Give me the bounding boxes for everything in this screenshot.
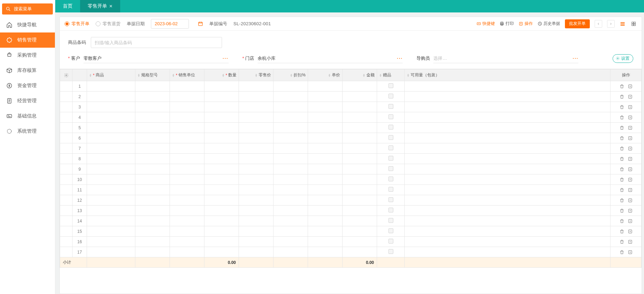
col-discount-header[interactable]: ▲▼折扣% xyxy=(273,69,308,81)
delete-row-icon[interactable] xyxy=(619,146,624,151)
delete-row-icon[interactable] xyxy=(619,250,624,255)
close-icon[interactable]: ✕ xyxy=(109,4,113,9)
next-arrow[interactable] xyxy=(607,20,615,28)
col-spec-header[interactable]: ▲▼规格型号 xyxy=(135,69,170,81)
gift-cell[interactable] xyxy=(377,143,405,154)
col-retail-header[interactable]: ▲▼零售价 xyxy=(239,69,273,81)
table-row[interactable]: 16 xyxy=(60,237,642,247)
checkbox-icon[interactable] xyxy=(388,135,393,140)
table-row[interactable]: 15 xyxy=(60,226,642,237)
table-row[interactable]: 4 xyxy=(60,112,642,123)
tool-print[interactable]: 打印 xyxy=(500,21,514,27)
add-row-icon[interactable] xyxy=(628,219,633,224)
delete-row-icon[interactable] xyxy=(619,84,624,89)
col-amount-header[interactable]: ▲▼金额 xyxy=(343,69,377,81)
checkbox-icon[interactable] xyxy=(388,156,393,161)
tab-1[interactable]: 零售开单✕ xyxy=(80,0,120,12)
gift-cell[interactable] xyxy=(377,216,405,226)
delete-row-icon[interactable] xyxy=(619,239,624,244)
table-row[interactable]: 1 xyxy=(60,81,642,92)
date-picker[interactable]: 2023-06-02 xyxy=(151,19,189,29)
add-row-icon[interactable] xyxy=(628,208,633,213)
barcode-input[interactable] xyxy=(91,37,222,48)
gift-cell[interactable] xyxy=(377,81,405,92)
gift-cell[interactable] xyxy=(377,195,405,206)
settings-button[interactable]: 设置 xyxy=(613,54,633,63)
sidebar-item-0[interactable]: 快捷导航 xyxy=(0,17,55,32)
calendar-icon[interactable] xyxy=(198,21,203,26)
add-row-icon[interactable] xyxy=(628,250,633,255)
delete-row-icon[interactable] xyxy=(619,105,624,110)
add-row-icon[interactable] xyxy=(628,177,633,182)
store-picker[interactable]: 余杭小库 ··· xyxy=(258,54,403,63)
col-qty-header[interactable]: ▲▼*数量 xyxy=(204,69,239,81)
delete-row-icon[interactable] xyxy=(619,157,624,161)
list-view-icon[interactable] xyxy=(619,21,626,27)
delete-row-icon[interactable] xyxy=(619,198,624,203)
prev-arrow[interactable] xyxy=(595,20,602,28)
tool-operate[interactable]: 操作 xyxy=(519,21,533,27)
gift-cell[interactable] xyxy=(377,92,405,102)
sidebar-item-3[interactable]: 库存核算 xyxy=(0,63,55,78)
checkbox-icon[interactable] xyxy=(388,239,393,244)
table-row[interactable]: 2 xyxy=(60,92,642,102)
add-row-icon[interactable] xyxy=(628,188,633,192)
gift-cell[interactable] xyxy=(377,174,405,185)
table-row[interactable]: 7 xyxy=(60,143,642,154)
delete-row-icon[interactable] xyxy=(619,219,624,224)
tab-0[interactable]: 首页 xyxy=(55,0,80,12)
table-row[interactable]: 9 xyxy=(60,164,642,174)
delete-row-icon[interactable] xyxy=(619,188,624,192)
gift-cell[interactable] xyxy=(377,185,405,195)
guide-picker[interactable]: 选择… ··· xyxy=(433,54,578,63)
col-unit-header[interactable]: ▲▼*销售单位 xyxy=(170,69,204,81)
add-row-icon[interactable] xyxy=(628,229,633,234)
checkbox-icon[interactable] xyxy=(388,249,393,254)
tool-history[interactable]: 历史单据 xyxy=(538,21,560,27)
sidebar-item-6[interactable]: 基础信息 xyxy=(0,108,55,124)
gift-cell[interactable] xyxy=(377,164,405,174)
delete-row-icon[interactable] xyxy=(619,177,624,182)
checkbox-icon[interactable] xyxy=(388,208,393,212)
bulk-order-button[interactable]: 批发开单 xyxy=(565,19,590,28)
gift-cell[interactable] xyxy=(377,226,405,237)
customer-picker[interactable]: 零散客户 ··· xyxy=(84,54,229,63)
gift-cell[interactable] xyxy=(377,237,405,247)
col-avail-header[interactable]: ▲▼可用量（包装） xyxy=(405,69,611,81)
table-row[interactable]: 13 xyxy=(60,206,642,216)
delete-row-icon[interactable] xyxy=(619,125,624,130)
table-row[interactable]: 11 xyxy=(60,185,642,195)
col-gear-header[interactable] xyxy=(60,69,73,81)
sidebar-item-7[interactable]: 系统管理 xyxy=(0,124,55,139)
add-row-icon[interactable] xyxy=(628,239,633,244)
table-row[interactable]: 12 xyxy=(60,195,642,206)
checkbox-icon[interactable] xyxy=(388,228,393,233)
search-menu-button[interactable]: 搜索菜单 xyxy=(2,3,53,15)
add-row-icon[interactable] xyxy=(628,115,633,120)
table-row[interactable]: 8 xyxy=(60,154,642,164)
gift-cell[interactable] xyxy=(377,123,405,133)
tool-shortcut[interactable]: 快捷键 xyxy=(477,21,495,27)
checkbox-icon[interactable] xyxy=(388,94,393,98)
delete-row-icon[interactable] xyxy=(619,136,624,141)
add-row-icon[interactable] xyxy=(628,125,633,130)
add-row-icon[interactable] xyxy=(628,198,633,203)
sidebar-item-2[interactable]: 采购管理 xyxy=(0,48,55,63)
radio-retail[interactable]: 零售开单 xyxy=(65,21,89,27)
col-product-header[interactable]: ▲▼*商品 xyxy=(87,69,135,81)
grid-view-icon[interactable] xyxy=(631,21,637,27)
grid-wrapper[interactable]: ▲▼*商品 ▲▼规格型号 ▲▼*销售单位 ▲▼*数量 ▲▼零售价 ▲▼折扣% ▲… xyxy=(60,69,642,294)
delete-row-icon[interactable] xyxy=(619,94,624,99)
gift-cell[interactable] xyxy=(377,133,405,143)
checkbox-icon[interactable] xyxy=(388,166,393,171)
table-row[interactable]: 5 xyxy=(60,123,642,133)
add-row-icon[interactable] xyxy=(628,157,633,161)
table-row[interactable]: 3 xyxy=(60,102,642,112)
table-row[interactable]: 6 xyxy=(60,133,642,143)
checkbox-icon[interactable] xyxy=(388,125,393,130)
add-row-icon[interactable] xyxy=(628,136,633,141)
table-row[interactable]: 17 xyxy=(60,247,642,257)
checkbox-icon[interactable] xyxy=(388,114,393,119)
sidebar-item-5[interactable]: 经营管理 xyxy=(0,93,55,108)
gift-cell[interactable] xyxy=(377,112,405,123)
